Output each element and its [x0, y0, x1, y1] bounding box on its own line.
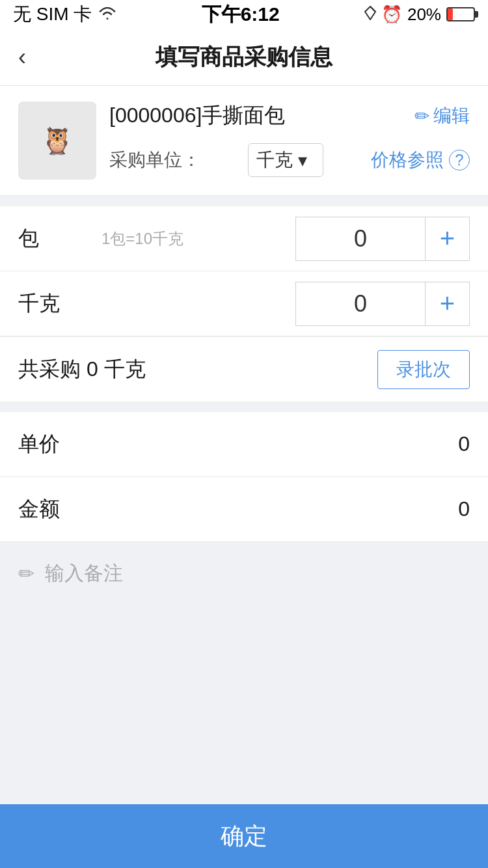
kg-input-group: +	[295, 282, 470, 326]
kg-quantity-input[interactable]	[295, 282, 426, 326]
battery-pct: 20%	[407, 5, 441, 25]
price-reference-button[interactable]: 价格参照 ?	[371, 148, 470, 172]
bao-label: 包	[18, 224, 96, 253]
status-right: ⏰ 20%	[364, 5, 475, 25]
wifi-icon	[98, 4, 116, 25]
total-label: 共采购 0 千克	[18, 355, 146, 384]
remark-section: ✏ 输入备注	[0, 542, 488, 672]
back-button[interactable]: ‹	[18, 44, 26, 71]
edit-icon: ✏	[414, 105, 429, 127]
section-divider-2	[0, 401, 488, 412]
pencil-icon: ✏	[18, 562, 34, 585]
unit-price-label: 单价	[18, 430, 60, 459]
product-info: [0000006]手撕面包 ✏ 编辑 采购单位： 千克 ▾ 价格参照 ?	[109, 102, 470, 177]
bao-input-group: +	[295, 217, 470, 261]
batch-button[interactable]: 录批次	[377, 350, 470, 389]
kg-plus-button[interactable]: +	[426, 282, 470, 326]
unit-price-row: 单价 0	[0, 412, 488, 477]
purchase-unit-label: 采购单位：	[109, 148, 200, 172]
amount-label: 金额	[18, 495, 60, 524]
product-card: 🦉 [0000006]手撕面包 ✏ 编辑 采购单位： 千克 ▾ 价格参照 ?	[0, 86, 488, 196]
remark-placeholder: 输入备注	[45, 560, 123, 587]
unit-price-value: 0	[458, 432, 470, 456]
alarm-icon: ⏰	[381, 5, 402, 25]
product-name: [0000006]手撕面包	[109, 102, 285, 130]
confirm-button[interactable]: 确定	[0, 804, 488, 868]
remark-input-area[interactable]: ✏ 输入备注	[18, 560, 470, 587]
chevron-down-icon: ▾	[298, 150, 307, 171]
carrier-label: 无 SIM 卡	[13, 2, 92, 27]
bao-sublabel: 1包=10千克	[102, 228, 183, 249]
amount-row: 金额 0	[0, 477, 488, 542]
location-icon	[364, 5, 376, 25]
amount-value: 0	[458, 497, 470, 521]
bao-input-row: 包 1包=10千克 +	[0, 206, 488, 271]
unit-selector[interactable]: 千克 ▾	[248, 143, 323, 177]
status-bar: 无 SIM 卡 下午6:12 ⏰ 20%	[0, 0, 488, 29]
edit-button[interactable]: ✏ 编辑	[414, 103, 470, 128]
quantity-section: 包 1包=10千克 + 千克 +	[0, 206, 488, 336]
price-section: 单价 0 金额 0	[0, 412, 488, 542]
kg-input-row: 千克 +	[0, 271, 488, 336]
battery-icon	[446, 7, 475, 21]
bao-quantity-input[interactable]	[295, 217, 426, 261]
product-logo-icon: 🦉	[41, 126, 74, 156]
nav-bar: ‹ 填写商品采购信息	[0, 29, 488, 86]
status-left: 无 SIM 卡	[13, 2, 116, 27]
status-time: 下午6:12	[202, 1, 280, 28]
bao-plus-button[interactable]: +	[426, 217, 470, 261]
section-divider-1	[0, 196, 488, 206]
help-icon: ?	[449, 150, 470, 170]
page-title: 填写商品采购信息	[156, 42, 332, 72]
kg-label: 千克	[18, 290, 96, 318]
product-thumbnail: 🦉	[18, 102, 96, 180]
confirm-button-label: 确定	[221, 821, 267, 852]
total-row: 共采购 0 千克 录批次	[0, 336, 488, 401]
